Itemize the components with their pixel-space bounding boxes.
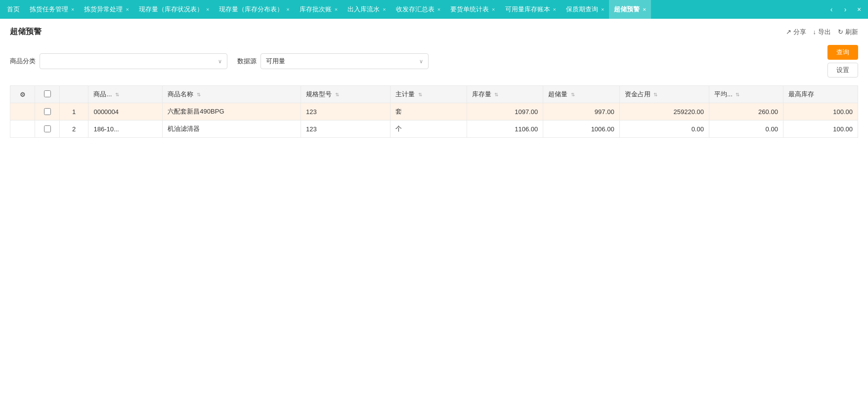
refresh-icon: ↻ [838,28,843,36]
row-max-stock: 100.00 [783,120,858,138]
row-capital: 259220.00 [619,103,709,120]
row-spec: 123 [301,120,391,138]
share-icon: ↗ [786,28,791,36]
col-stock[interactable]: 库存量 ⇅ [467,86,543,103]
product-category-chevron: ∨ [218,58,222,65]
page-title: 超储预警 [10,27,42,37]
row-spec: 123 [301,103,391,120]
query-button[interactable]: 查询 [827,45,858,60]
export-button[interactable]: ↓ 导出 [813,28,831,37]
data-source-filter: 数据源 可用量 ∨ [237,53,429,69]
header-actions: ↗ 分享 ↓ 导出 ↻ 刷新 [786,28,859,37]
gear-icon: ⚙ [20,91,26,98]
nav-item-收发存汇总表[interactable]: 收发存汇总表× [391,0,445,19]
col-max-stock[interactable]: 最高库存 [783,86,858,103]
nav-item-出入库流水[interactable]: 出入库流水× [343,0,391,19]
col-capital[interactable]: 资金占用 ⇅ [619,86,709,103]
col-spec[interactable]: 规格型号 ⇅ [301,86,391,103]
data-source-label: 数据源 [237,57,257,66]
close-icon[interactable]: × [335,6,338,12]
close-icon[interactable]: × [126,6,129,12]
close-icon[interactable]: × [553,6,556,12]
nav-arrow-close[interactable]: × [852,0,866,19]
row-avg: 0.00 [709,120,783,138]
select-all-checkbox[interactable] [44,90,51,97]
close-icon[interactable]: × [206,6,209,12]
col-product-name[interactable]: 商品名称 ⇅ [163,86,301,103]
nav-item-现存量-库存状况表-[interactable]: 现存量（库存状况表）× [134,0,214,19]
close-icon[interactable]: × [383,6,386,12]
data-source-value: 可用量 [266,57,285,66]
nav-item-首页[interactable]: 首页 [2,0,25,19]
nav-item-可用量库存账本[interactable]: 可用量库存账本× [500,0,561,19]
row-over-stock: 997.00 [543,103,619,120]
row-unit: 个 [391,120,467,138]
row-over-stock: 1006.00 [543,120,619,138]
row-product-code: 186-10... [88,120,163,138]
row-product-name: 六配套新昌490BPG [163,103,301,120]
page-content: 超储预警 ↗ 分享 ↓ 导出 ↻ 刷新 商品分类 ∨ 数据源 [0,19,868,395]
row-settings-cell [10,120,35,138]
close-icon[interactable]: × [437,6,440,12]
col-settings[interactable]: ⚙ [10,86,35,103]
nav-item-拣货异常处理[interactable]: 拣货异常处理× [79,0,133,19]
row-checkbox-cell [35,103,60,120]
nav-item-库存批次账[interactable]: 库存批次账× [295,0,343,19]
col-unit[interactable]: 主计量 ⇅ [391,86,467,103]
col-rownum [60,86,88,103]
col-checkbox [35,86,60,103]
nav-item-要货单统计表[interactable]: 要货单统计表× [445,0,500,19]
export-icon: ↓ [813,28,817,36]
close-icon[interactable]: × [71,6,74,12]
nav-item-保质期查询[interactable]: 保质期查询× [561,0,609,19]
row-product-code: 0000004 [88,103,163,120]
nav-item-超储预警[interactable]: 超储预警× [609,0,651,19]
close-icon[interactable]: × [601,6,604,12]
close-icon[interactable]: × [492,6,495,12]
col-avg[interactable]: 平均... ⇅ [709,86,783,103]
row-num-cell: 2 [60,120,88,138]
filter-row: 商品分类 ∨ 数据源 可用量 ∨ 查询 设置 [10,45,858,78]
close-icon[interactable]: × [286,6,289,12]
row-max-stock: 100.00 [783,103,858,120]
col-product-code[interactable]: 商品... ⇅ [88,86,163,103]
row-product-name: 机油滤清器 [163,120,301,138]
data-source-select[interactable]: 可用量 ∨ [260,53,429,69]
product-category-label: 商品分类 [10,57,36,66]
filter-buttons: 查询 设置 [827,45,858,78]
table-row: 2 186-10... 机油滤清器 123 个 1106.00 1006.00 … [10,120,858,138]
nav-arrow-right[interactable]: › [838,0,852,19]
row-settings-cell [10,103,35,120]
col-over-stock[interactable]: 超储量 ⇅ [543,86,619,103]
nav-item-现存量-库存分布表-[interactable]: 现存量（库存分布表）× [214,0,294,19]
row-checkbox-cell [35,120,60,138]
row-capital: 0.00 [619,120,709,138]
table-row: 1 0000004 六配套新昌490BPG 123 套 1097.00 997.… [10,103,858,120]
row-num-cell: 1 [60,103,88,120]
data-source-chevron: ∨ [419,58,423,65]
row-stock: 1097.00 [467,103,543,120]
nav-arrow-left[interactable]: ‹ [825,0,838,19]
product-category-filter: 商品分类 ∨ [10,53,227,69]
refresh-button[interactable]: ↻ 刷新 [838,28,858,37]
row-stock: 1106.00 [467,120,543,138]
row-unit: 套 [391,103,467,120]
table-header-row: ⚙ 商品... ⇅ 商品名称 ⇅ 规格型号 ⇅ 主计量 ⇅ 库存量 ⇅ 超储量 … [10,86,858,103]
row-checkbox-0[interactable] [44,108,51,115]
product-category-select[interactable]: ∨ [40,53,227,69]
settings-button[interactable]: 设置 [827,63,858,78]
page-header: 超储预警 ↗ 分享 ↓ 导出 ↻ 刷新 [10,27,858,37]
close-icon[interactable]: × [643,6,646,12]
row-avg: 260.00 [709,103,783,120]
share-button[interactable]: ↗ 分享 [786,28,806,37]
top-navigation: 首页拣货任务管理×拣货异常处理×现存量（库存状况表）×现存量（库存分布表）×库存… [0,0,868,19]
row-checkbox-1[interactable] [44,125,51,132]
nav-item-拣货任务管理[interactable]: 拣货任务管理× [25,0,79,19]
data-table: ⚙ 商品... ⇅ 商品名称 ⇅ 规格型号 ⇅ 主计量 ⇅ 库存量 ⇅ 超储量 … [10,85,858,138]
